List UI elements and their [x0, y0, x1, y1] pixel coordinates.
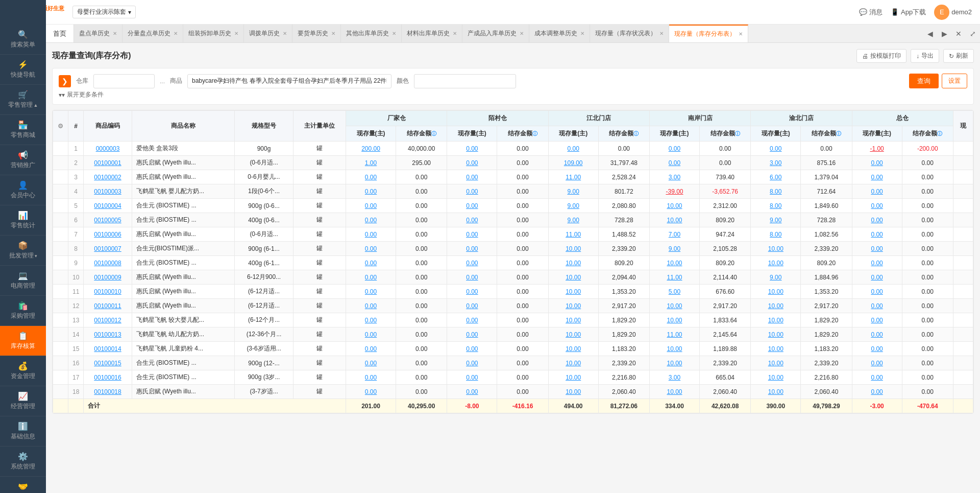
row-total-qty[interactable]: 0.00 — [852, 270, 902, 285]
row-code[interactable]: 00100003 — [84, 184, 132, 199]
row-c1-qty[interactable]: 1.00 — [346, 156, 396, 170]
nanan-amt-info[interactable]: ⓘ — [735, 131, 740, 136]
tab-finished-in[interactable]: 产成品入库单历史 ✕ — [462, 25, 529, 43]
row-c3-qty[interactable]: 11.00 — [548, 227, 598, 242]
row-c5-qty[interactable]: 10.00 — [751, 327, 801, 342]
row-total-qty[interactable]: 0.00 — [852, 170, 902, 184]
row-c2-qty[interactable]: 0.00 — [447, 213, 497, 227]
row-total-qty[interactable]: 0.00 — [852, 242, 902, 256]
query-btn[interactable]: 查询 — [909, 74, 939, 88]
row-code[interactable]: 0000003 — [84, 142, 132, 156]
sidebar-item-store[interactable]: 🏪 零售商城 — [0, 115, 46, 145]
app-download-btn[interactable]: 📱 App下载 — [891, 8, 926, 17]
row-c4-qty[interactable]: 0.00 — [650, 142, 700, 156]
sidebar-item-ecommerce[interactable]: 💻 电商管理 — [0, 266, 46, 296]
row-c5-qty[interactable]: 6.00 — [751, 170, 801, 184]
row-code[interactable]: 00100008 — [84, 256, 132, 270]
row-c3-qty[interactable]: 9.00 — [548, 213, 598, 227]
row-c3-qty[interactable]: 9.00 — [548, 199, 598, 213]
tab-prev-btn[interactable]: ◀ — [923, 27, 937, 41]
row-c3-qty[interactable]: 109.00 — [548, 156, 598, 170]
row-total-qty[interactable]: 0.00 — [852, 184, 902, 199]
row-c1-qty[interactable]: 0.00 — [346, 256, 396, 270]
row-total-qty[interactable]: 0.00 — [852, 327, 902, 342]
row-c2-qty[interactable]: 0.00 — [447, 370, 497, 385]
row-c1-qty[interactable]: 0.00 — [346, 313, 396, 327]
tab-requisition[interactable]: 要货单历史 ✕ — [292, 25, 341, 43]
tab-inventory-count-close[interactable]: ✕ — [113, 31, 117, 36]
sidebar-item-nav[interactable]: ⚡ 快捷导航 — [0, 55, 46, 85]
row-c5-qty[interactable]: 10.00 — [751, 313, 801, 327]
row-c1-qty[interactable]: 0.00 — [346, 199, 396, 213]
row-code[interactable]: 00100010 — [84, 285, 132, 299]
sidebar-item-system[interactable]: ⚙️ 系统管理 — [0, 447, 46, 477]
row-c2-qty[interactable]: 0.00 — [447, 342, 497, 356]
row-c1-qty[interactable]: 0.00 — [346, 270, 396, 285]
sidebar-item-operations[interactable]: 📈 经营管理 — [0, 386, 46, 416]
tab-inventory-count[interactable]: 盘点单历史 ✕ — [74, 25, 122, 43]
row-c4-qty[interactable]: 0.00 — [650, 156, 700, 170]
row-total-qty[interactable]: 0.00 — [852, 356, 902, 370]
row-code[interactable]: 00100018 — [84, 385, 132, 399]
row-c1-qty[interactable]: 0.00 — [346, 242, 396, 256]
row-c1-qty[interactable]: 200.00 — [346, 142, 396, 156]
tab-assembly[interactable]: 组装拆卸单历史 ✕ — [183, 25, 244, 43]
tab-stock-dist-close[interactable]: ✕ — [739, 31, 743, 37]
row-c3-qty[interactable]: 10.00 — [548, 270, 598, 285]
row-code[interactable]: 00100016 — [84, 370, 132, 385]
row-c1-qty[interactable]: 0.00 — [346, 227, 396, 242]
tab-stock-status-close[interactable]: ✕ — [659, 31, 664, 36]
row-c3-qty[interactable]: 10.00 — [548, 370, 598, 385]
row-c1-qty[interactable]: 0.00 — [346, 342, 396, 356]
row-c4-qty[interactable]: 10.00 — [650, 356, 700, 370]
row-c1-qty[interactable]: 0.00 — [346, 385, 396, 399]
row-c2-qty[interactable]: 0.00 — [447, 199, 497, 213]
row-total-qty[interactable]: 0.00 — [852, 213, 902, 227]
row-total-qty[interactable]: 0.00 — [852, 227, 902, 242]
product-input[interactable] — [187, 74, 391, 88]
row-total-qty[interactable]: 0.00 — [852, 256, 902, 270]
sidebar-item-retail-mgmt[interactable]: 🛒 零售管理 ▲ — [0, 85, 46, 115]
tab-requisition-close[interactable]: ✕ — [331, 31, 335, 36]
row-c2-qty[interactable]: 0.00 — [447, 256, 497, 270]
row-c3-qty[interactable]: 10.00 — [548, 299, 598, 313]
row-c4-qty[interactable]: 10.00 — [650, 313, 700, 327]
tab-transfer[interactable]: 调拨单历史 ✕ — [244, 25, 292, 43]
sidebar-item-finance[interactable]: 💰 资金管理 — [0, 356, 46, 386]
store-dropdown[interactable]: 母婴行业演示陈套 ▾ — [72, 6, 136, 18]
tab-stock-dist[interactable]: 现存量（库存分布表） ✕ — [669, 25, 748, 43]
row-c4-qty[interactable]: 5.00 — [650, 285, 700, 299]
row-code[interactable]: 00100011 — [84, 299, 132, 313]
row-c3-qty[interactable]: 10.00 — [548, 285, 598, 299]
total-amt-info[interactable]: ⓘ — [937, 131, 942, 136]
row-total-qty[interactable]: 0.00 — [852, 299, 902, 313]
row-c3-qty[interactable]: 11.00 — [548, 170, 598, 184]
tab-other-out[interactable]: 其他出库单历史 ✕ — [341, 25, 402, 43]
row-c5-qty[interactable]: 8.00 — [751, 184, 801, 199]
warehouse-dots[interactable]: ... — [160, 78, 165, 85]
sidebar-item-inventory[interactable]: 📋 库存核算 — [0, 326, 46, 356]
row-c3-qty[interactable]: 10.00 — [548, 256, 598, 270]
row-total-qty[interactable]: -1.00 — [852, 142, 902, 156]
mocun-amt-info[interactable]: ⓘ — [532, 131, 537, 136]
row-c5-qty[interactable]: 10.00 — [751, 256, 801, 270]
row-total-qty[interactable]: 0.00 — [852, 313, 902, 327]
row-code[interactable]: 00100009 — [84, 270, 132, 285]
row-c4-qty[interactable]: 10.00 — [650, 299, 700, 313]
row-c4-qty[interactable]: 11.00 — [650, 327, 700, 342]
tab-material-out-close[interactable]: ✕ — [453, 31, 457, 36]
print-btn[interactable]: 🖨 按模版打印 — [856, 49, 906, 63]
sidebar-item-wholesale[interactable]: 📦 批发管理 ▾ — [0, 236, 46, 266]
row-c4-qty[interactable]: 10.00 — [650, 342, 700, 356]
sidebar-item-marketing[interactable]: 📢 营销推广 — [0, 145, 46, 175]
color-input[interactable] — [414, 74, 516, 88]
row-c1-qty[interactable]: 0.00 — [346, 184, 396, 199]
factory-amt-info[interactable]: ⓘ — [431, 131, 436, 136]
row-c3-qty[interactable]: 10.00 — [548, 327, 598, 342]
sidebar-item-search[interactable]: 🔍 搜索英单 — [0, 25, 46, 55]
tab-cost-adjust[interactable]: 成本调整单历史 ✕ — [529, 25, 590, 43]
row-c5-qty[interactable]: 9.00 — [751, 270, 801, 285]
row-total-qty[interactable]: 0.00 — [852, 385, 902, 399]
row-total-qty[interactable]: 0.00 — [852, 285, 902, 299]
row-code[interactable]: 00100012 — [84, 313, 132, 327]
